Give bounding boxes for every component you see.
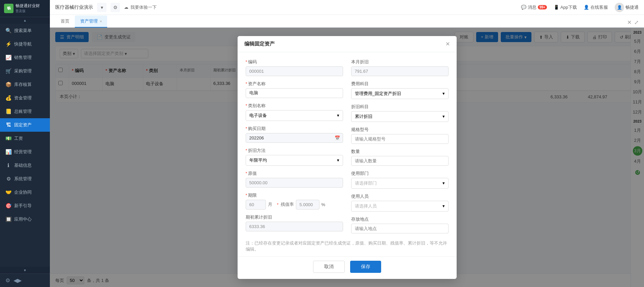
location-input[interactable]	[351, 224, 449, 233]
monthly-dep-input[interactable]	[351, 66, 449, 76]
guide-icon: 🎯	[5, 203, 11, 209]
form-group-user: 使用人员 请选择人员 ▾	[351, 193, 449, 212]
dep-method-select[interactable]: 年限平均 ▾	[246, 155, 343, 166]
collab-icon: 🤝	[5, 189, 11, 195]
purchase-date-input[interactable]	[246, 133, 332, 142]
residual-rate-input[interactable]	[296, 200, 319, 210]
collapse-icon[interactable]: ◀▶	[13, 277, 22, 284]
service-btn[interactable]: 👤 在线客服	[584, 4, 608, 10]
modal-footer: 取消 保存	[238, 256, 457, 279]
tab-home-label: 首页	[61, 18, 69, 24]
code-input[interactable]	[246, 66, 343, 76]
save-button[interactable]: 保存	[350, 261, 381, 273]
modal-close-btn[interactable]: ✕	[446, 41, 450, 47]
dept-select[interactable]: 请选择部门 ▾	[351, 178, 449, 189]
sidebar-item-quicknav[interactable]: ⚡ 快捷导航	[0, 37, 50, 51]
code-label: * 编码	[246, 59, 343, 65]
form-group-original-value: * 原值	[246, 170, 343, 188]
user-select[interactable]: 请选择人员 ▾	[351, 201, 449, 212]
sidebar-item-finance[interactable]: 💰 资金管理	[0, 91, 50, 105]
experience-label: 我要体验一下	[130, 4, 157, 10]
tabbar-expand-icon[interactable]: ⤢	[634, 19, 639, 26]
sidebar-scroll-up[interactable]: ▲	[0, 17, 50, 24]
spec-model-input[interactable]	[351, 134, 449, 144]
user-placeholder: 请选择人员	[355, 203, 377, 209]
sidebar-item-management[interactable]: 📊 经营管理	[0, 145, 50, 159]
tab-asset-management[interactable]: 资产管理 ×	[75, 15, 107, 28]
logo-edition: 普及版	[16, 9, 40, 13]
sidebar-item-sales[interactable]: 📈 销售管理	[0, 51, 50, 64]
sidebar-item-fixedasset[interactable]: 🏗 固定资产	[0, 118, 50, 132]
period-unit: 月	[268, 201, 272, 208]
sidebar-scroll-down[interactable]: ▼	[0, 267, 50, 274]
modal-note-text: 注：已经存在变更记录或者对应固定资产已经生成凭证，原值、购买日期、残值率、累计折…	[246, 241, 447, 252]
quantity-input[interactable]	[351, 156, 449, 166]
calendar-icon[interactable]: 📅	[332, 135, 343, 140]
initial-dep-input[interactable]	[246, 222, 343, 231]
search-icon: 🔍	[5, 28, 11, 34]
sidebar-item-guide[interactable]: 🎯 新手引导	[0, 199, 50, 213]
dep-method-value: 年限平均	[249, 157, 267, 163]
sidebar-logo: 畅 畅捷通好业财 普及版	[0, 0, 50, 17]
cancel-button[interactable]: 取消	[313, 261, 345, 273]
name-label: * 资产名称	[246, 81, 343, 87]
sidebar-item-payroll[interactable]: 💵 工资	[0, 132, 50, 145]
dropdown-icon[interactable]: ▾	[97, 3, 106, 12]
management-icon: 📊	[5, 149, 11, 155]
basicinfo-icon: ℹ	[5, 162, 11, 168]
message-label: 消息	[528, 4, 536, 10]
asset-name-input[interactable]	[246, 88, 343, 98]
tab-home[interactable]: 首页	[55, 15, 75, 28]
finance-icon: 💰	[5, 95, 11, 101]
fixedasset-icon: 🏗	[5, 122, 11, 128]
user-menu[interactable]: 👤 畅捷通	[615, 3, 639, 12]
service-icon: 👤	[584, 5, 589, 10]
purchase-date-label: * 购买日期	[246, 126, 343, 132]
logo-icon: 畅	[4, 4, 13, 13]
sysadmin-icon: ⚙	[5, 176, 11, 182]
sidebar-item-collab[interactable]: 🤝 企业协同	[0, 186, 50, 199]
sidebar-item-search[interactable]: 🔍 搜索菜单	[0, 24, 50, 37]
main-content: 医疗器械行业演示 ▾ ⚙ ☁ 我要体验一下 💬 消息 99+ 📱 App下载 👤…	[50, 0, 644, 287]
period-input[interactable]	[246, 200, 266, 210]
app-download-btn[interactable]: 📱 App下载	[554, 4, 577, 10]
sidebar-nav: 🔍 搜索菜单 ⚡ 快捷导航 📈 销售管理 🛒 采购管理 📦 库存核算 💰 资金管…	[0, 24, 50, 267]
sidebar-item-sysadmin[interactable]: ⚙ 系统管理	[0, 172, 50, 186]
modal-note: 注：已经存在变更记录或者对应固定资产已经生成凭证，原值、购买日期、残值率、累计折…	[238, 237, 457, 256]
dept-label: 使用部门	[351, 170, 449, 177]
tabbar-close-icon[interactable]: ✕	[627, 19, 632, 26]
form-group-expense-subject: 费用科目 管理费用_固定资产折旧 ▾	[351, 81, 449, 99]
dept-chevron: ▾	[442, 181, 445, 186]
experience-btn[interactable]: ☁ 我要体验一下	[124, 4, 157, 10]
payroll-icon: 💵	[5, 135, 11, 141]
original-value-input[interactable]	[246, 178, 343, 188]
sidebar-item-purchase[interactable]: 🛒 采购管理	[0, 64, 50, 78]
cloud-icon: ☁	[124, 5, 128, 10]
settings-icon[interactable]: ⚙	[5, 277, 10, 284]
appcenter-icon: 🔲	[5, 216, 11, 222]
inventory-icon: 📦	[5, 82, 11, 88]
settings-icon[interactable]: ⚙	[111, 3, 120, 12]
dep-subject-select[interactable]: 累计折旧 ▾	[351, 111, 449, 122]
category-select-modal[interactable]: 电子设备 ▾	[246, 110, 343, 121]
sidebar-item-inventory[interactable]: 📦 库存核算	[0, 78, 50, 91]
message-icon: 💬	[521, 5, 526, 10]
service-label: 在线客服	[590, 4, 608, 10]
form-group-quantity: 数量	[351, 149, 449, 166]
dept-placeholder: 请选择部门	[355, 180, 377, 186]
residual-rate-label: 残值率	[281, 201, 294, 208]
form-group-initial-dep: 期初累计折旧	[246, 214, 343, 231]
modal-grid: * 编码 * 资产名称	[246, 59, 449, 233]
user-chevron: ▾	[442, 203, 445, 209]
sidebar-item-ledger[interactable]: 📒 总账管理	[0, 105, 50, 118]
purchase-icon: 🛒	[5, 68, 11, 74]
sidebar-item-basicinfo[interactable]: ℹ 基础信息	[0, 159, 50, 172]
sidebar-item-appcenter[interactable]: 🔲 应用中心	[0, 213, 50, 226]
period-row: 月 * 残值率 %	[246, 200, 343, 210]
tab-close-icon[interactable]: ×	[100, 19, 102, 23]
modal-header: 编辑固定资产 ✕	[238, 36, 457, 52]
form-group-dep-subject: 折旧科目 累计折旧 ▾	[351, 104, 449, 122]
app-icon: 📱	[554, 5, 559, 10]
message-btn[interactable]: 💬 消息 99+	[521, 4, 547, 10]
expense-subject-select[interactable]: 管理费用_固定资产折旧 ▾	[351, 88, 449, 99]
